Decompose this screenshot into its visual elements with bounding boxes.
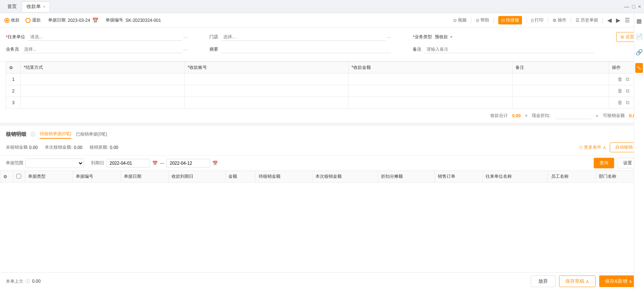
minimize-icon[interactable]: — — [624, 4, 629, 9]
store-label: 门店 — [209, 34, 218, 40]
cell-account-2[interactable] — [185, 85, 349, 97]
tab-completed[interactable]: 已核销单据(0笔) — [76, 130, 107, 138]
table-header-row: ⚙ *结算方式 *收款账号 *收款金额 备注 操作 — [6, 62, 638, 74]
close-window-icon[interactable]: × — [638, 4, 641, 9]
calendar-icon[interactable]: 📅 — [92, 17, 98, 23]
unchecked-label: 未核销金额 — [6, 144, 28, 150]
col-account: *收款账号 — [185, 62, 349, 74]
available-label: 可核销金额 — [603, 113, 625, 119]
cell-settlement-3[interactable] — [21, 97, 185, 109]
delete-icon-2[interactable]: 🗑 — [617, 88, 623, 94]
cell-settlement-1[interactable] — [21, 74, 185, 85]
help-icon: ⊙ — [476, 18, 479, 23]
date-from-input[interactable] — [106, 159, 150, 168]
main-content: 收款 退款 单据日期 2023-03-24 📅 单据编号 SK-20230324… — [0, 13, 644, 290]
maximize-icon[interactable]: □ — [632, 4, 635, 9]
prev-label: 本单上欠 — [6, 278, 23, 285]
stats-right: ▽ 更多条件 ∧ 自动核销 — [579, 142, 638, 152]
cell-account-3[interactable] — [185, 97, 349, 109]
note-input[interactable] — [424, 46, 594, 53]
cell-account-1[interactable] — [185, 74, 349, 85]
help-label: 帮助 — [480, 17, 489, 23]
radio-receive[interactable]: 收款 — [4, 17, 20, 23]
toolbar-help[interactable]: ⊙ 帮助 — [476, 17, 489, 23]
cell-settlement-2[interactable] — [21, 85, 185, 97]
date-to-input[interactable] — [166, 159, 210, 168]
tab-bar: 首页 收款单 × — □ × — [0, 0, 644, 13]
query-button[interactable]: 查询 — [594, 158, 614, 168]
date-value: 2023-03-24 — [68, 18, 90, 23]
tab-close-icon[interactable]: × — [43, 4, 45, 9]
radio-refund[interactable]: 退款 — [25, 17, 41, 23]
cell-amount-1[interactable] — [349, 74, 513, 85]
verification-header: 核销明细 ⓘ 待核销单据(0笔) 已核销单据(0笔) — [0, 126, 644, 141]
calendar-to-icon[interactable]: 📅 — [212, 161, 218, 166]
sales-rep-input[interactable] — [22, 46, 182, 53]
due-label: 到期日 — [91, 160, 104, 166]
more-filter-btn[interactable]: ▽ 更多条件 ∧ — [579, 144, 606, 150]
toolbar-video[interactable]: ⊙ 视频 — [453, 17, 467, 23]
video-label: 视频 — [458, 17, 467, 23]
copy-icon-2[interactable]: ⧉ — [626, 88, 629, 94]
range-select[interactable] — [25, 158, 84, 168]
copy-icon-3[interactable]: ⧉ — [626, 99, 629, 105]
sidebar-expand-icon[interactable]: ⤡ — [635, 63, 643, 73]
bottom-col-gear[interactable]: ⚙ — [0, 171, 13, 183]
toolbar-shortcut[interactable]: ⊟ 快捷键 — [498, 16, 522, 24]
verification-info-icon[interactable]: ⓘ — [31, 131, 35, 138]
store-input[interactable] — [221, 33, 385, 41]
nav-next-icon[interactable]: ▶ — [616, 17, 620, 24]
filter-icon: ▽ — [579, 145, 582, 150]
toolbar-print[interactable]: ⎙ 打印 — [531, 17, 543, 23]
form-row-1: * 往来单位 ··· 门店 ··· * 业务类型 预收款 ▼ — [6, 32, 638, 42]
diff-label: 核销差额: — [90, 144, 108, 150]
range-field: 单据范围 — [6, 158, 84, 168]
bottom-col-amount: 金额 — [225, 171, 256, 183]
sidebar-document-icon[interactable]: 📄 — [634, 32, 644, 42]
cell-note-3[interactable] — [513, 97, 609, 109]
section-divider — [0, 123, 644, 126]
abandon-button[interactable]: 放弃 — [531, 275, 555, 287]
biz-chevron-icon[interactable]: ▼ — [449, 35, 453, 39]
footer: 本单上欠 ⓘ 0.00 放弃 保存草稿 ∧ 保存&新增 ∧ — [0, 272, 644, 290]
sales-rep-more-icon[interactable]: ··· — [183, 47, 188, 52]
select-all-checkbox[interactable] — [16, 174, 21, 179]
divider2 — [494, 17, 494, 23]
cell-note-2[interactable] — [513, 85, 609, 97]
counterpart-field: * 往来单位 ··· — [6, 33, 188, 41]
draft-button[interactable]: 保存草稿 ∧ — [559, 275, 596, 287]
tab-pending[interactable]: 待核销单据(0笔) — [40, 130, 71, 139]
copy-icon-1[interactable]: ⧉ — [626, 76, 629, 82]
toolbar-history[interactable]: ☰ 历史单据 — [576, 17, 598, 23]
counterpart-input[interactable] — [28, 33, 182, 41]
toolbar-operation[interactable]: ⚙ 操作 — [553, 17, 566, 23]
stat-unchecked: 未核销金额 0.00 — [6, 144, 38, 150]
radio-group: 收款 退款 — [4, 17, 41, 23]
number-field: 单据编号 SK-20230324-001 — [106, 17, 161, 23]
save-button[interactable]: 保存&新增 ∧ — [599, 275, 638, 287]
sidebar-table-icon[interactable]: ▦ — [635, 16, 643, 26]
bottom-col-doc-num: 单据编号 — [73, 171, 121, 183]
discount-input[interactable] — [555, 112, 592, 119]
cell-amount-3[interactable] — [349, 97, 513, 109]
tab-current[interactable]: 收款单 × — [22, 1, 50, 12]
delete-icon-3[interactable]: 🗑 — [617, 99, 623, 105]
radio-receive-label: 收款 — [11, 17, 20, 23]
layout-icon[interactable]: ☰ — [625, 17, 630, 24]
col-note: 备注 — [513, 62, 609, 74]
store-more-icon[interactable]: ··· — [387, 34, 391, 40]
cell-amount-2[interactable] — [349, 85, 513, 97]
form-body: * 往来单位 ··· 门店 ··· * 业务类型 预收款 ▼ — [0, 28, 644, 62]
col-amount: *收款金额 — [349, 62, 513, 74]
tab-home[interactable]: 首页 — [3, 1, 21, 12]
calendar-from-icon[interactable]: 📅 — [152, 161, 158, 166]
bottom-col-checkbox — [13, 171, 25, 183]
store-field: 门店 ··· — [209, 33, 391, 41]
cell-note-1[interactable] — [513, 74, 609, 85]
delete-icon-1[interactable]: 🗑 — [617, 76, 623, 82]
nav-prev-icon[interactable]: ◀ — [607, 17, 612, 24]
counterpart-more-icon[interactable]: ··· — [183, 34, 188, 40]
col-gear[interactable]: ⚙ — [6, 62, 21, 74]
sidebar-link-icon[interactable]: 🔗 — [634, 47, 644, 57]
summary-input[interactable] — [221, 46, 391, 53]
